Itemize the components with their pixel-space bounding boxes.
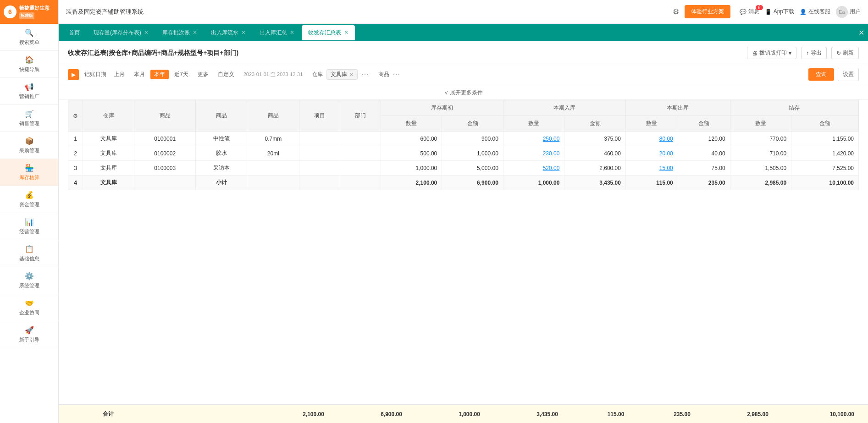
td-in-qty-link[interactable]: 230.00 [543, 150, 560, 157]
date-btn-this-month[interactable]: 本月 [130, 70, 149, 79]
th-in-qty: 数量 [503, 116, 564, 132]
tab-stock-dist[interactable]: 现存量(库存分布表) ✕ [87, 25, 155, 40]
td-out-qty[interactable]: 80.00 [625, 132, 678, 146]
tab-receive-summary-close[interactable]: ✕ [344, 29, 348, 36]
sidebar-item-base-info[interactable]: 📋 基础信息 [0, 240, 58, 267]
tab-batch-account-close[interactable]: ✕ [193, 29, 197, 36]
td-project [299, 176, 340, 190]
sidebar-item-guide[interactable]: 🚀 新手引导 [0, 321, 58, 348]
main-area: 装备及固定资产辅助管理系统 ⚙ 体验行业方案 💬 消息 6 📱 App下载 👤 … [59, 0, 868, 423]
td-in-qty-link[interactable]: 250.00 [543, 136, 560, 142]
tab-inout-summary[interactable]: 出入库汇总 ✕ [253, 25, 301, 40]
td-in-amt: 3,435.00 [564, 176, 626, 190]
gear-icon[interactable]: ⚙ [673, 7, 679, 16]
export-btn[interactable]: ↑ 导出 [801, 47, 827, 59]
refresh-btn[interactable]: ↻ 刷新 [831, 47, 859, 59]
td-out-qty-link[interactable]: 20.00 [659, 150, 673, 157]
online-service-action[interactable]: 👤 在线客服 [800, 8, 830, 16]
td-out-qty[interactable]: 20.00 [625, 146, 678, 161]
operation-icon: 📊 [25, 218, 34, 226]
chevron-down-icon: ▾ [789, 50, 791, 56]
finance-icon: 💰 [25, 191, 34, 199]
td-end-qty: 1,505.00 [730, 161, 791, 176]
expand-more-btn[interactable]: ∨ 展开更多条件 [59, 86, 868, 100]
td-opening-qty: 2,100.00 [381, 176, 442, 190]
td-project [299, 132, 340, 146]
tabs-close-all[interactable]: ✕ [858, 28, 864, 37]
experience-btn[interactable]: 体验行业方案 [685, 5, 730, 18]
message-icon: 💬 [740, 9, 746, 15]
td-in-qty[interactable]: 520.00 [503, 161, 564, 176]
sidebar-item-operation[interactable]: 📊 经营管理 [0, 213, 58, 240]
sidebar-item-collab[interactable]: 🤝 企业协同 [0, 294, 58, 321]
inventory-icon: 🏪 [25, 164, 34, 172]
marketing-icon: 📢 [25, 82, 34, 91]
sidebar-item-marketing[interactable]: 📢 营销推广 [0, 78, 58, 105]
home-icon: 🏠 [25, 55, 34, 64]
goods-label: 商品 [378, 71, 389, 78]
print-btn[interactable]: 🖨 拨销版打印 ▾ [747, 47, 796, 59]
td-in-qty-link[interactable]: 520.00 [543, 165, 560, 171]
online-service-label: 在线客服 [808, 8, 830, 16]
td-out-qty-link[interactable]: 15.00 [659, 165, 673, 171]
tab-stock-dist-close[interactable]: ✕ [144, 29, 149, 36]
table-footer: 合计 2,100.00 6,900.00 1,000.00 3,435.00 1… [59, 404, 868, 423]
sidebar-item-sales[interactable]: 🛒 销售管理 [0, 105, 58, 132]
td-out-qty[interactable]: 15.00 [625, 161, 678, 176]
tab-receive-summary[interactable]: 收发存汇总表 ✕ [302, 25, 355, 40]
sidebar-item-search[interactable]: 🔍 搜索菜单 [0, 24, 58, 51]
td-department [340, 146, 381, 161]
td-in-qty[interactable]: 250.00 [503, 132, 564, 146]
td-project [299, 161, 340, 176]
date-btn-this-year[interactable]: 本年 [150, 70, 169, 79]
sidebar-label-quick-nav: 快捷导航 [19, 66, 39, 73]
date-label: 记账日期 [84, 71, 106, 78]
th-in: 本期入库 [503, 100, 625, 116]
footer-label: 合计 [83, 408, 134, 420]
td-end-qty: 770.00 [730, 132, 791, 146]
table-row: 3文具库0100003采访本1,000.005,000.00520.002,60… [68, 161, 859, 176]
sidebar-logo: 6 畅捷通好生意 标准版 [0, 0, 58, 24]
user-profile[interactable]: Ea 用户 [836, 6, 861, 18]
date-btn-custom[interactable]: 自定义 [214, 70, 238, 79]
guide-icon: 🚀 [25, 326, 34, 335]
message-action[interactable]: 💬 消息 6 [740, 8, 759, 16]
sidebar-item-finance[interactable]: 💰 资金管理 [0, 186, 58, 213]
filter-toggle[interactable]: ▶ [68, 69, 79, 80]
app-download-action[interactable]: 📱 App下载 [765, 8, 794, 16]
date-range: 2023-01-01 至 2023-12-31 [243, 71, 303, 78]
sidebar-item-system[interactable]: ⚙️ 系统管理 [0, 267, 58, 294]
date-btn-more[interactable]: 更多 [194, 70, 212, 79]
date-btn-7days[interactable]: 近7天 [171, 70, 192, 79]
td-project [299, 146, 340, 161]
th-end-qty: 数量 [730, 116, 791, 132]
tab-inout-flow-close[interactable]: ✕ [241, 29, 246, 36]
warehouse-tag[interactable]: 文具库 ✕ [326, 69, 358, 80]
sidebar-item-inventory[interactable]: 🏪 库存核算 [0, 159, 58, 186]
td-out-qty-link[interactable]: 80.00 [659, 136, 673, 142]
goods-dots[interactable]: ··· [393, 71, 400, 79]
date-btn-last-month[interactable]: 上月 [110, 70, 128, 79]
tab-inout-summary-close[interactable]: ✕ [290, 29, 294, 36]
filter-bar: ▶ 记账日期 上月 本月 本年 近7天 更多 自定义 2023-01-01 至 … [59, 63, 868, 86]
td-goods-spec: 20ml [247, 146, 299, 161]
footer-in-amt: 3,435.00 [485, 408, 563, 420]
tab-home[interactable]: 首页 [62, 25, 86, 40]
td-in-qty[interactable]: 230.00 [503, 146, 564, 161]
content-area: 收发存汇总表(按仓库+商品编码+商品+规格型号+项目+部门) 🖨 拨销版打印 ▾… [59, 41, 868, 423]
sidebar-item-purchase[interactable]: 📦 采购管理 [0, 132, 58, 159]
tab-inout-flow[interactable]: 出入库流水 ✕ [205, 25, 252, 40]
td-warehouse: 文具库 [83, 132, 134, 146]
warehouse-dots[interactable]: ··· [361, 71, 369, 79]
tab-batch-account[interactable]: 库存批次账 ✕ [156, 25, 204, 40]
warehouse-tag-close[interactable]: ✕ [349, 71, 354, 78]
query-btn[interactable]: 查询 [808, 68, 834, 81]
print-icon: 🖨 [752, 50, 757, 56]
tab-receive-summary-label: 收发存汇总表 [308, 29, 341, 37]
th-settings[interactable]: ⚙ [68, 100, 83, 132]
sidebar-item-quick-nav[interactable]: 🏠 快捷导航 [0, 51, 58, 78]
setting-btn[interactable]: 设置 [838, 68, 859, 81]
td-no: 1 [68, 132, 83, 146]
td-goods-spec [247, 161, 299, 176]
table-row: 4文具库小计2,100.006,900.001,000.003,435.0011… [68, 176, 859, 190]
